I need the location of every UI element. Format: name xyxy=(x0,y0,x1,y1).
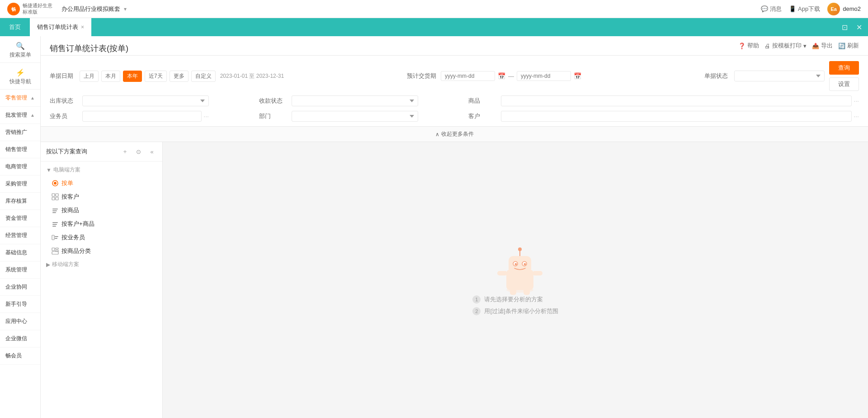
settings-btn[interactable]: 设置 xyxy=(829,77,859,91)
page-header-actions: ❓ 帮助 🖨 按模板打印 ▾ 📤 导出 🔄 刷新 xyxy=(738,42,859,55)
date-btn-custom[interactable]: 自定义 xyxy=(191,71,216,82)
product-dots-btn[interactable]: ··· xyxy=(854,97,859,104)
collapse-arrow: ∧ xyxy=(435,131,439,138)
customer-input[interactable] xyxy=(501,111,852,122)
sidebar-item-ecommerce[interactable]: 电商管理 xyxy=(0,158,40,176)
left-panel-header: 按以下方案查询 ＋ ⊙ « xyxy=(41,142,162,162)
help-icon: ❓ xyxy=(738,43,745,49)
svg-rect-29 xyxy=(533,271,542,276)
app-dropdown-icon[interactable]: ▾ xyxy=(124,6,127,12)
date-range-text: 2023-01-01 至 2023-12-31 xyxy=(220,72,284,80)
export-btn[interactable]: 📤 导出 xyxy=(812,42,833,50)
sidebar-item-retail[interactable]: 零售管理 ▲ xyxy=(0,90,40,107)
scheme-item-by-salesperson[interactable]: 按业务员 xyxy=(41,231,162,244)
scheme-item-by-product[interactable]: 按商品 xyxy=(41,204,162,217)
sidebar-item-corp[interactable]: 企业协同 xyxy=(0,279,40,296)
tab-sales-stats[interactable]: 销售订单统计表 × xyxy=(30,18,91,36)
svg-rect-17 xyxy=(52,248,55,251)
app-download-icon: 📱 xyxy=(789,5,796,12)
cal-icon-from[interactable]: 📅 xyxy=(498,72,505,80)
tab-sales-stats-label: 销售订单统计表 xyxy=(37,23,78,31)
sidebar-item-search[interactable]: 🔍 搜索菜单 xyxy=(0,36,40,63)
svg-point-33 xyxy=(518,247,522,251)
scheme-item-by-customer-product[interactable]: 按客户+商品 xyxy=(41,217,162,231)
query-btn[interactable]: 查询 xyxy=(829,61,859,75)
sidebar-item-operation[interactable]: 经营管理 xyxy=(0,227,40,244)
salesperson-dots-btn[interactable]: ··· xyxy=(203,113,209,120)
svg-rect-11 xyxy=(52,222,58,223)
message-btn[interactable]: 💬 消息 xyxy=(761,5,782,13)
collapse-row[interactable]: ∧ 收起更多条件 xyxy=(41,127,868,142)
svg-rect-14 xyxy=(52,235,54,240)
sidebar-item-system[interactable]: 系统管理 xyxy=(0,261,40,279)
expected-date-from[interactable] xyxy=(441,71,495,81)
template-arrow-icon: ▾ xyxy=(803,43,807,49)
sidebar-item-sales[interactable]: 销售管理 xyxy=(0,141,40,158)
sidebar-item-member[interactable]: 畅会员 xyxy=(0,347,40,365)
logo-text: 畅捷通好生意 标准版 xyxy=(23,3,52,14)
sidebar-item-basic[interactable]: 基础信息 xyxy=(0,244,40,261)
receipt-status-label: 收款状态 xyxy=(259,97,284,105)
scheme-settings-btn[interactable]: ⊙ xyxy=(133,147,143,157)
app-download-btn[interactable]: 📱 App下载 xyxy=(789,5,820,13)
date-btn-this-month[interactable]: 本月 xyxy=(101,71,120,82)
sidebar-item-marketing[interactable]: 营销推广 xyxy=(0,124,40,141)
collapse-panel-icon: « xyxy=(150,148,153,155)
sidebar-item-purchase[interactable]: 采购管理 xyxy=(0,176,40,193)
customer-dots-btn[interactable]: ··· xyxy=(854,113,859,120)
bottom-section: 按以下方案查询 ＋ ⊙ « ▼ 电脑端方案 xyxy=(41,142,868,418)
salesperson-input[interactable] xyxy=(82,111,202,122)
expected-date-to[interactable] xyxy=(517,71,571,81)
left-panel-title: 按以下方案查询 xyxy=(46,147,116,156)
department-label: 部门 xyxy=(259,112,284,120)
template-print-btn[interactable]: 🖨 按模板打印 ▾ xyxy=(764,42,807,50)
date-btn-this-year[interactable]: 本年 xyxy=(123,71,142,82)
refresh-icon: 🔄 xyxy=(838,43,845,49)
tab-restore-btn[interactable]: ⊡ xyxy=(839,22,850,33)
app-title: 办公用品行业模拟账套 xyxy=(61,5,120,13)
scheme-item-by-customer[interactable]: 按客户 xyxy=(41,190,162,204)
tab-close-btn[interactable]: × xyxy=(81,24,84,30)
user-area[interactable]: Ea demo2 xyxy=(827,3,861,15)
sidebar-section: 零售管理 ▲ 批发管理 ▲ 营销推广 销售管理 电商管理 采购管理 库存核算 xyxy=(0,90,40,365)
refresh-btn[interactable]: 🔄 刷新 xyxy=(838,42,859,50)
status-select[interactable] xyxy=(734,71,825,81)
scheme-item-by-category[interactable]: 按商品分类 xyxy=(41,244,162,258)
svg-rect-31 xyxy=(524,288,530,295)
sidebar-item-quicknav[interactable]: ⚡ 快捷导航 xyxy=(0,63,40,90)
scheme-group-mobile[interactable]: ▶ 移动端方案 xyxy=(41,258,162,271)
sidebar-item-finance[interactable]: 资金管理 xyxy=(0,210,40,227)
ship-status-label: 出库状态 xyxy=(50,97,75,105)
expected-date-inputs: 📅 — 📅 xyxy=(441,71,581,81)
date-btn-last-month[interactable]: 上月 xyxy=(80,71,99,82)
scheme-icon-by-product xyxy=(52,207,59,214)
tab-home[interactable]: 首页 xyxy=(0,18,30,36)
cal-icon-to[interactable]: 📅 xyxy=(574,72,581,80)
scheme-icon-by-customer xyxy=(52,193,59,200)
quicknav-icon: ⚡ xyxy=(16,68,25,77)
svg-rect-20 xyxy=(52,252,58,254)
department-select[interactable] xyxy=(292,111,418,122)
tab-close-window-btn[interactable]: ✕ xyxy=(854,22,864,33)
sidebar-item-wechat[interactable]: 企业微信 xyxy=(0,330,40,347)
scheme-icon-by-salesperson xyxy=(52,234,59,241)
svg-rect-28 xyxy=(497,271,507,276)
sidebar-item-inventory[interactable]: 库存核算 xyxy=(0,193,40,210)
sidebar-item-appcenter[interactable]: 应用中心 xyxy=(0,313,40,330)
date-btn-7days[interactable]: 近7天 xyxy=(145,71,167,82)
svg-point-27 xyxy=(524,263,526,266)
receipt-status-select[interactable] xyxy=(292,95,418,106)
product-input[interactable] xyxy=(501,95,852,106)
add-scheme-btn[interactable]: ＋ xyxy=(120,147,130,157)
sidebar-item-newbie[interactable]: 新手引导 xyxy=(0,296,40,313)
empty-state: 1 请先选择要分析的方案 2 用[过滤]条件来缩小分析范围 xyxy=(163,142,868,418)
collapse-panel-btn[interactable]: « xyxy=(147,147,157,157)
date-btn-more[interactable]: 更多 xyxy=(170,71,189,82)
scheme-item-by-order[interactable]: 按单 xyxy=(41,176,162,190)
help-btn[interactable]: ❓ 帮助 xyxy=(738,42,759,50)
ship-status-select[interactable] xyxy=(82,95,209,106)
product-label: 商品 xyxy=(468,97,494,105)
content-area: 销售订单统计表(按单) ❓ 帮助 🖨 按模板打印 ▾ 📤 导出 🔄 刷新 xyxy=(41,36,868,418)
sidebar-item-wholesale[interactable]: 批发管理 ▲ xyxy=(0,107,40,124)
svg-rect-15 xyxy=(55,236,58,237)
